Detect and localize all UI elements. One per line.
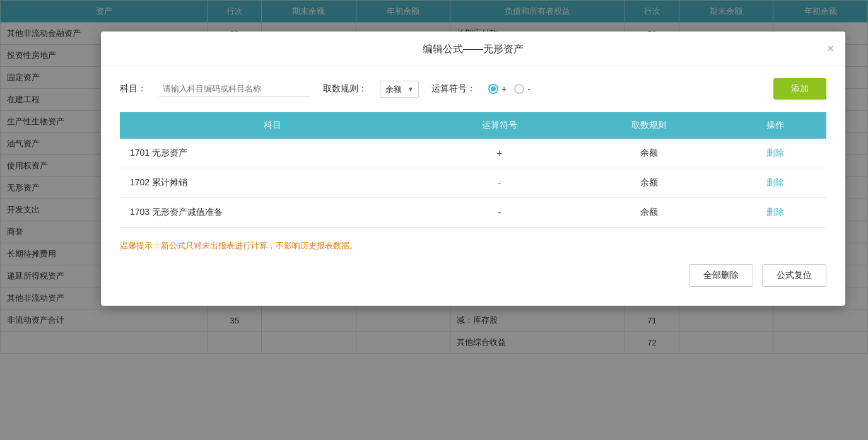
row2-rule: 余额	[575, 168, 724, 198]
modal-header: 编辑公式——无形资产 ×	[101, 32, 845, 66]
row1-subject: 1701 无形资产	[120, 139, 425, 168]
edit-formula-modal: 编辑公式——无形资产 × 科目： 取数规则： 余额 借方 贷方 ▼ 运算符号： …	[101, 32, 845, 306]
radio-minus-label: -	[527, 84, 531, 94]
row2-delete-link[interactable]: 删除	[766, 177, 784, 187]
row1-rule: 余额	[575, 139, 724, 168]
row3-operator: -	[425, 198, 574, 228]
operator-radio-group: + -	[488, 84, 531, 94]
row3-action: 删除	[724, 198, 826, 228]
radio-plus[interactable]: +	[488, 84, 507, 94]
bottom-buttons: 全部删除 公式复位	[101, 264, 845, 287]
rule-label: 取数规则：	[323, 83, 367, 95]
table-row: 1703 无形资产减值准备 - 余额 删除	[120, 198, 826, 228]
row2-operator: -	[425, 168, 574, 198]
radio-minus-circle	[514, 84, 524, 94]
col-header-action: 操作	[724, 112, 826, 139]
data-table-wrapper: 科目 运算符号 取数规则 操作 1701 无形资产 + 余额 删除 1702 累…	[101, 112, 845, 228]
row2-action: 删除	[724, 168, 826, 198]
reset-formula-button[interactable]: 公式复位	[762, 264, 826, 287]
col-header-rule: 取数规则	[575, 112, 724, 139]
modal-title: 编辑公式——无形资产	[423, 43, 524, 56]
rule-select-wrapper: 余额 借方 贷方 ▼	[380, 81, 419, 98]
col-header-operator: 运算符号	[425, 112, 574, 139]
add-button[interactable]: 添加	[773, 78, 826, 100]
subject-input[interactable]	[159, 81, 310, 96]
row2-subject: 1702 累计摊销	[120, 168, 425, 198]
row3-subject: 1703 无形资产减值准备	[120, 198, 425, 228]
row1-delete-link[interactable]: 删除	[766, 148, 784, 158]
radio-minus[interactable]: -	[514, 84, 531, 94]
row1-action: 删除	[724, 139, 826, 168]
operator-label: 运算符号：	[431, 83, 476, 95]
col-header-subject: 科目	[120, 112, 425, 139]
warning-text: 温馨提示：新公式只对未出报表进行计算，不影响历史报表数据。	[101, 240, 845, 264]
close-button[interactable]: ×	[827, 43, 834, 54]
row1-operator: +	[425, 139, 574, 168]
row3-rule: 余额	[575, 198, 724, 228]
row3-delete-link[interactable]: 删除	[766, 207, 784, 217]
radio-plus-circle	[488, 84, 498, 94]
formula-table: 科目 运算符号 取数规则 操作 1701 无形资产 + 余额 删除 1702 累…	[120, 112, 826, 228]
table-row: 1702 累计摊销 - 余额 删除	[120, 168, 826, 198]
rule-select[interactable]: 余额 借方 贷方	[380, 81, 419, 98]
table-row: 1701 无形资产 + 余额 删除	[120, 139, 826, 168]
radio-plus-label: +	[501, 84, 507, 94]
table-header-row: 科目 运算符号 取数规则 操作	[120, 112, 826, 139]
subject-label: 科目：	[120, 83, 146, 95]
form-row: 科目： 取数规则： 余额 借方 贷方 ▼ 运算符号： + - 添加	[101, 66, 845, 112]
delete-all-button[interactable]: 全部删除	[689, 264, 753, 287]
